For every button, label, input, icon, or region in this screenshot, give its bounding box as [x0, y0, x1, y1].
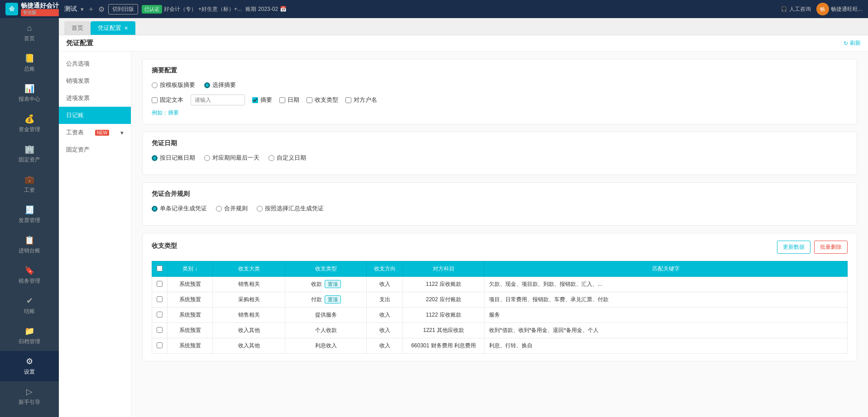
headset-icon: 🎧: [781, 6, 787, 12]
add-icon[interactable]: ＋: [87, 5, 95, 14]
sidebar-item-guide[interactable]: ▷ 新手引导: [0, 381, 59, 412]
company-arrow-icon[interactable]: ▾: [81, 6, 84, 13]
tab-home-label: 首页: [72, 24, 83, 32]
refresh-button[interactable]: ↻ 刷新: [844, 39, 861, 47]
cell-major: 收入其他: [213, 338, 285, 354]
radio-by-selection[interactable]: 按照选择汇总生成凭证: [257, 204, 324, 213]
sidebar-item-member[interactable]: ♡ 畅会员: [0, 412, 59, 417]
app-logo: 会 畅捷通好会计 专业版: [5, 2, 60, 17]
settlement-icon: ✔: [26, 296, 33, 306]
row-checkbox-2[interactable]: [157, 312, 163, 317]
radio-by-selection-input[interactable]: [257, 206, 263, 212]
sidebar-label-invoice: 发票管理: [19, 217, 40, 224]
sidebar-item-report[interactable]: 📊 报表中心: [0, 78, 59, 109]
checkbox-counterpart[interactable]: 对方户名: [345, 96, 377, 104]
guide-icon: ▷: [26, 387, 33, 397]
cell-major: 销售相关: [213, 277, 285, 292]
cell-category: 系统预置: [168, 292, 213, 308]
date-checkbox[interactable]: [279, 97, 285, 103]
sidebar-label-assets: 固定资产: [19, 156, 40, 164]
page-title: 凭证配置: [66, 39, 93, 47]
batch-delete-button[interactable]: 批量删除: [814, 241, 848, 254]
checkbox-date[interactable]: 日期: [279, 96, 299, 104]
calendar-icon[interactable]: 📅: [280, 6, 287, 12]
radio-template-input[interactable]: [152, 82, 158, 88]
sidebar-item-settings[interactable]: ⚙ 设置: [0, 351, 59, 381]
radio-merge-input[interactable]: [216, 206, 222, 212]
checkbox-type[interactable]: 收支类型: [307, 96, 338, 104]
radio-select-input[interactable]: [204, 82, 210, 88]
sidebar-item-funds[interactable]: 💰 资金管理: [0, 109, 59, 139]
cell-keyword: 服务: [484, 308, 848, 323]
topbar-right: 🎧 人工咨询 畅 畅捷通旺旺...: [781, 3, 863, 15]
radio-merge[interactable]: 合并规则: [216, 204, 248, 213]
sidebar: ⌂ 首页 📒 总账 📊 报表中心 💰 资金管理 🏢 固定资产 💼 工资 🧾 发票…: [0, 18, 59, 417]
sidebar-item-settlement[interactable]: ✔ 结账: [0, 290, 59, 321]
tab-home[interactable]: 首页: [64, 21, 91, 35]
type-tag[interactable]: 置顶: [325, 280, 341, 288]
left-nav-public[interactable]: 公共选项: [59, 55, 131, 72]
settings-icon[interactable]: ⚙: [98, 5, 105, 14]
sidebar-label-salary: 工资: [24, 186, 35, 194]
sidebar-item-purchase[interactable]: 📋 进销台账: [0, 230, 59, 260]
radio-select[interactable]: 选择摘要: [204, 81, 236, 89]
cell-major: 采购相关: [213, 292, 285, 308]
refresh-icon: ↻: [844, 40, 848, 47]
cell-account: 1221 其他应收款: [403, 323, 484, 338]
th-checkbox[interactable]: [152, 261, 168, 277]
radio-template[interactable]: 按模板版摘要: [152, 81, 195, 89]
left-nav-purchase-invoice[interactable]: 进项发票: [59, 90, 131, 107]
customer-service-btn[interactable]: 🎧 人工咨询: [781, 5, 811, 13]
good-biz-badge: +好生意（标）+...: [198, 5, 242, 13]
tab-close-icon[interactable]: ✕: [124, 25, 128, 31]
table-row: 系统预置收入其他个人收款收入1221 其他应收款收到*借款、收到*备用金、退回*…: [152, 323, 848, 338]
counterpart-checkbox[interactable]: [345, 97, 351, 103]
new-badge: NEW: [95, 130, 109, 136]
select-all-checkbox[interactable]: [157, 265, 163, 271]
row-checkbox-4[interactable]: [157, 342, 163, 348]
sidebar-label-archive: 归档管理: [19, 338, 40, 346]
radio-period-last[interactable]: 对应期间最后一天: [204, 154, 259, 162]
left-nav-payroll[interactable]: 工资表 NEW ▾: [59, 124, 131, 141]
sidebar-item-invoice[interactable]: 🧾 发票管理: [0, 199, 59, 230]
checkbox-fixed-text[interactable]: 固定文本: [152, 96, 183, 104]
cell-type: 提供服务: [285, 308, 367, 323]
left-nav-journal[interactable]: 日记账: [59, 107, 131, 124]
checkbox-summary[interactable]: 摘要: [252, 96, 272, 104]
sidebar-item-archive[interactable]: 📁 归档管理: [0, 321, 59, 351]
update-data-button[interactable]: 更新数据: [777, 241, 810, 254]
radio-journal-date[interactable]: 按日记账日期: [152, 154, 195, 162]
radio-custom-date[interactable]: 自定义日期: [269, 154, 306, 162]
summary-checkbox[interactable]: [252, 97, 258, 103]
switch-version-button[interactable]: 切到旧版: [108, 4, 138, 14]
left-nav-sales-invoice[interactable]: 销项发票: [59, 72, 131, 90]
sidebar-item-ledger[interactable]: 📒 总账: [0, 48, 59, 78]
fixed-text-input[interactable]: [191, 95, 245, 105]
type-checkbox[interactable]: [307, 97, 312, 103]
current-company: 测试: [64, 5, 77, 13]
radio-journal-date-input[interactable]: [152, 155, 158, 161]
left-nav-fixed-assets[interactable]: 固定资产: [59, 141, 131, 158]
radio-single-input[interactable]: [152, 206, 158, 212]
radio-custom-date-input[interactable]: [269, 155, 274, 161]
th-category[interactable]: 类别 ↓: [168, 261, 213, 277]
sidebar-item-assets[interactable]: 🏢 固定资产: [0, 139, 59, 169]
radio-period-last-input[interactable]: [204, 155, 210, 161]
row-checkbox-3[interactable]: [157, 327, 163, 333]
fixed-text-checkbox[interactable]: [152, 97, 158, 103]
type-tag[interactable]: 置顶: [325, 295, 341, 303]
cell-account: 1122 应收账款: [403, 277, 484, 292]
cell-direction: 收入: [367, 277, 403, 292]
tab-voucher-config[interactable]: 凭证配置 ✕: [91, 21, 135, 35]
sidebar-item-salary[interactable]: 💼 工资: [0, 169, 59, 199]
th-major: 收支大类: [213, 261, 285, 277]
radio-single[interactable]: 单条记录生成凭证: [152, 204, 207, 213]
row-checkbox-1[interactable]: [157, 296, 163, 302]
sidebar-item-home[interactable]: ⌂ 首页: [0, 18, 59, 48]
sidebar-item-tax[interactable]: 🔖 税务管理: [0, 260, 59, 290]
cell-direction: 收入: [367, 323, 403, 338]
user-name: 畅捷通旺旺...: [831, 5, 863, 13]
user-profile-btn[interactable]: 畅 畅捷通旺旺...: [816, 3, 863, 15]
row-checkbox-0[interactable]: [157, 281, 163, 287]
logo-text: 畅捷通好会计: [21, 2, 59, 9]
